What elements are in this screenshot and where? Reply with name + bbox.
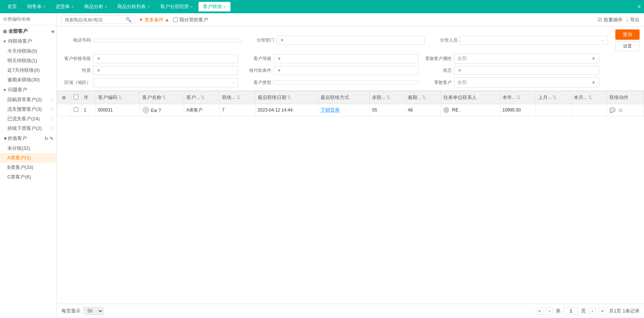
nav-tab-purchase[interactable]: 进货单 × <box>51 2 78 11</box>
sidebar-item-churned[interactable]: 已流失客户(24) ⓘ <box>0 114 57 124</box>
customer-name-prefix: Ea <box>151 107 157 113</box>
last-page-btn[interactable]: » <box>598 307 606 315</box>
nature-dropdown[interactable]: ▼ <box>93 66 238 75</box>
section-pending-contact[interactable]: ▼ 待联络客户 <box>0 36 57 46</box>
refresh-icon[interactable]: ↻ <box>44 136 49 141</box>
nav-tab-product-analysis[interactable]: 商品分析 × <box>80 2 111 11</box>
sidebar-item-tomorrow[interactable]: 明天待联络(1) <box>0 56 57 66</box>
dept-dropdown[interactable]: ▼ <box>276 36 425 45</box>
advanced-filters: 电话号码 分管部门 ▼ 分管人员 ··· 查询 设置 <box>57 26 644 91</box>
sidebar-item-7days[interactable]: 近7天待联络(0) <box>0 66 57 75</box>
sidebar-item-today[interactable]: 今天待联络(0) <box>0 46 57 56</box>
customer-type-input[interactable] <box>273 81 419 84</box>
sidebar-item-abnormal[interactable]: 回购异常客户(2) ⓘ <box>0 95 57 105</box>
prev-page-btn[interactable]: ‹ <box>546 307 553 315</box>
sidebar-collapse-btn[interactable]: ◀ <box>51 29 54 34</box>
filter-search-container: 🔍 <box>61 15 135 24</box>
phone-input[interactable] <box>93 39 241 42</box>
sidebar-item-churn-warning[interactable]: 流失预警客户(3) ⓘ <box>0 105 57 114</box>
close-sales-tab[interactable]: × <box>43 4 45 9</box>
sidebar-item-c-class[interactable]: C类客户(6) <box>0 172 57 182</box>
select-all-checkbox[interactable] <box>74 95 78 99</box>
nav-tab-sales[interactable]: 销售单 × <box>23 2 50 11</box>
value-title: 价值客户 <box>8 135 27 142</box>
per-page-select[interactable]: 50 100 200 <box>83 307 104 315</box>
col-actions: 联络动作 <box>607 91 644 104</box>
filter-row-2: 客户价格等级 ▼ 客户等级 ▼ 零散客户属性 全部 ▼ <box>61 53 640 64</box>
my-customers-input[interactable] <box>173 17 178 22</box>
close-product-analysis-tab[interactable]: × <box>105 4 107 9</box>
status-dropdown[interactable]: ▼ <box>454 66 599 75</box>
col-checkbox <box>71 91 82 104</box>
close-all-tabs[interactable]: × <box>637 3 641 11</box>
filter-customer-level: 客户等级 ▼ <box>242 54 419 63</box>
contact-person-name: RE . <box>452 107 461 113</box>
info-icon-declining: ⓘ <box>50 126 54 131</box>
region-label: 区域（地区） <box>61 80 91 86</box>
region-input[interactable]: ··· <box>93 78 238 87</box>
close-contact-tab[interactable]: × <box>223 4 226 9</box>
status-arrow: ▼ <box>457 68 462 73</box>
edit-icon[interactable]: ✎ <box>50 136 54 141</box>
sidebar-item-overdue[interactable]: 逾期未联络(30) <box>0 75 57 85</box>
customer-name-suffix: ? <box>158 107 161 113</box>
chat-action-icon[interactable]: 💬 <box>609 107 615 113</box>
sidebar-item-ungrouped[interactable]: 未分组(32) <box>0 144 57 153</box>
manager-label: 分管人员 <box>428 37 458 43</box>
dept-dropdown-arrow: ▼ <box>280 38 285 43</box>
total-pages-label: 页 <box>581 308 586 314</box>
last-method-link[interactable]: 下销货单 <box>321 107 340 113</box>
settings-button[interactable]: 设置 <box>615 41 640 51</box>
sidebar-item-a-class[interactable]: A类客户(1) <box>0 153 57 163</box>
first-page-btn[interactable]: « <box>536 307 544 315</box>
close-segment-tab[interactable]: × <box>190 4 193 9</box>
section-problem-customers[interactable]: ▼ 问题客户 <box>0 85 57 95</box>
dept-label: 分管部门 <box>245 37 274 43</box>
col-contacts: 联络...⇅ <box>219 91 255 104</box>
sidebar-search-input[interactable] <box>3 17 57 22</box>
per-page-label: 每页显示 <box>61 308 80 314</box>
batch-ops-btn[interactable]: ☑ 批量操作 <box>598 17 623 23</box>
my-customers-checkbox[interactable]: 我分管的客户 <box>173 17 208 23</box>
more-conditions-btn[interactable]: ▼ 更多条件 ▲ <box>139 17 169 23</box>
section-value-customers[interactable]: ▼ 价值客户 ↻ ✎ <box>0 133 57 144</box>
col-seq: 序 <box>82 91 96 104</box>
col-this-year: 本年...⇅ <box>500 91 536 104</box>
row-select-checkbox[interactable] <box>74 107 78 112</box>
nav-tab-customer-contact[interactable]: 客户联络 × <box>198 2 230 11</box>
sidebar-all-customers-header[interactable]: ⊞ 全部客户 ◀ <box>0 25 57 36</box>
price-level-label: 客户价格等级 <box>61 56 91 62</box>
retail-attr-dropdown[interactable]: 全部 ▼ <box>454 53 599 64</box>
payment-dropdown[interactable]: ▼ <box>273 66 419 75</box>
retail-customer-dropdown[interactable]: 全部 ▼ <box>454 77 599 88</box>
sidebar-item-b-class[interactable]: B类客户(33) <box>0 163 57 172</box>
price-level-dropdown[interactable]: ▼ <box>93 54 238 63</box>
filter-search-icon[interactable]: 🔍 <box>126 17 132 22</box>
nav-tab-customer-segment[interactable]: 客户分层经营 × <box>156 2 197 11</box>
grid-action-icon[interactable]: ⊞ <box>619 107 623 113</box>
total-records-label: 共1页 1条记录 <box>609 308 640 314</box>
customer-level-arrow: ▼ <box>277 56 282 61</box>
page-number-input[interactable] <box>564 307 578 315</box>
col-overdue: 逾期...⇅ <box>405 91 441 104</box>
filter-phone: 电话号码 <box>61 37 241 43</box>
row-contacts: 7 <box>219 104 255 116</box>
close-purchase-tab[interactable]: × <box>71 4 74 9</box>
sidebar-item-declining[interactable]: 持续下滑客户(2) ⓘ <box>0 124 57 133</box>
payment-label: 收付款条件 <box>242 67 271 74</box>
col-gear: ⚙ <box>57 91 71 104</box>
nav-tab-product-list[interactable]: 商品分析列表 × <box>113 2 154 11</box>
filter-search-input[interactable] <box>65 17 124 22</box>
nav-home[interactable]: 首页 <box>3 2 21 11</box>
next-page-btn[interactable]: › <box>589 307 595 315</box>
gear-icon[interactable]: ⚙ <box>62 95 66 100</box>
customer-level-dropdown[interactable]: ▼ <box>273 54 419 63</box>
export-btn[interactable]: ↓ 导出 <box>626 17 640 23</box>
info-icon-churn: ⓘ <box>50 107 54 112</box>
info-icon-abnormal: ⓘ <box>50 97 54 102</box>
row-seq: 1 <box>82 104 96 116</box>
query-button[interactable]: 查询 <box>615 29 640 40</box>
close-product-list-tab[interactable]: × <box>147 4 150 9</box>
page-label: 第 <box>556 308 561 314</box>
manager-input[interactable]: ··· <box>460 36 608 45</box>
